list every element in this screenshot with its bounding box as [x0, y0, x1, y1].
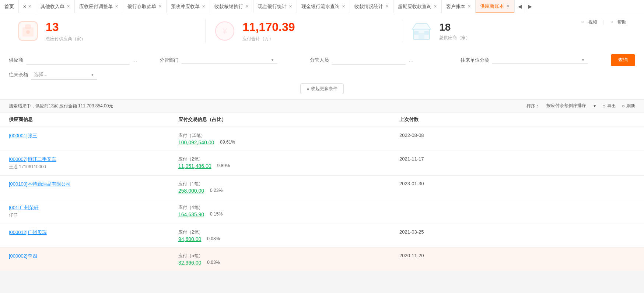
transaction-label: 应付（4笔）	[178, 204, 399, 211]
nav-tab-home[interactable]: 首页	[0, 0, 19, 13]
nav-tab-payment-stat[interactable]: 收款情况统计 ✕	[350, 0, 393, 13]
close-icon[interactable]: ✕	[385, 4, 389, 9]
supplier-payable-icon	[16, 19, 40, 43]
last-pay-cell: 2022-08-08	[399, 132, 635, 138]
supplier-name-link[interactable]: [000100]本特勤油品有限公司	[9, 181, 178, 187]
person-input[interactable]	[332, 56, 406, 65]
last-pay-cell: 2020-11-20	[399, 253, 635, 258]
supplier-sub-info: 仔仔	[9, 212, 178, 218]
close-icon[interactable]: ✕	[28, 4, 31, 9]
person-label: 分管人员	[310, 57, 329, 63]
table-row[interactable]: [000002]李四 应付（5笔） 32,366.00 0.03% 2020-1…	[0, 248, 644, 271]
nav-tab-other-income[interactable]: 其他收入单 ✕	[36, 0, 75, 13]
close-icon[interactable]: ✕	[289, 4, 292, 9]
nav-tab-bank-deposit[interactable]: 银行存取款单 ✕	[123, 0, 167, 13]
result-summary-text: 搜索结果中，供应商13家 应付金额 111,703,854.00元	[9, 103, 113, 109]
nav-tab-overdue-ar[interactable]: 超期应收款查询 ✕	[393, 0, 442, 13]
nav-tab-supplier-book[interactable]: 供应商账本 ✕	[476, 0, 514, 13]
svg-rect-9	[424, 31, 429, 35]
supplier-input[interactable]	[26, 56, 129, 65]
supplier-label: 供应商	[9, 57, 23, 63]
supplier-name-link[interactable]: [001]广州荣轩	[9, 204, 178, 211]
collapse-button[interactable]: ∧ 收起更多条件	[300, 83, 344, 94]
filter-supplier: 供应商 ...	[9, 56, 154, 65]
nav-next-arrow[interactable]: ▶	[525, 0, 535, 13]
supplier-dots-icon[interactable]: ...	[132, 57, 137, 63]
unit-class-select[interactable]: ▼	[492, 56, 588, 64]
transaction-amount[interactable]: 258,000.00	[178, 188, 204, 194]
nav-tab-cash-bank-stat[interactable]: 现金银行统计 ✕	[253, 0, 297, 13]
table-row[interactable]: [000012]广州贝瑞 应付（2笔） 94,600.00 0.08% 2021…	[0, 224, 644, 248]
export-button[interactable]: ○ 导出	[602, 103, 616, 109]
supplier-name-link[interactable]: [000002]李四	[9, 253, 178, 259]
money-icon: ¥	[213, 19, 237, 43]
suppliers-payable-label: 总应付供应商（家）	[46, 36, 85, 42]
col-header-lastpay: 上次付数	[399, 116, 635, 123]
transaction-amount[interactable]: 32,366.00	[178, 260, 201, 266]
top-navigation: 首页 3 ✕ 其他收入单 ✕ 应收应付调整单 ✕ 银行存取款单 ✕ 预收冲应收单…	[0, 0, 644, 13]
nav-tab-ar-ap-adjust[interactable]: 应收应付调整单 ✕	[75, 0, 123, 13]
nav-tab-3[interactable]: 3 ✕	[19, 0, 36, 13]
transaction-amount[interactable]: 164,635.90	[178, 211, 204, 217]
summary-card-total-suppliers: 18 总供应商（家） ○ 视频 ｜ ○ 帮助	[402, 19, 635, 43]
transaction-label: 应付（15笔）	[178, 132, 399, 139]
shop-icon	[410, 19, 433, 43]
col-header-supplier: 供应商信息	[9, 116, 178, 123]
table-row[interactable]: [000100]本特勤油品有限公司 应付（1笔） 258,000.00 0.23…	[0, 176, 644, 199]
transaction-cell: 应付（5笔） 32,366.00 0.03%	[178, 253, 399, 266]
summary-card-suppliers-payable: 13 总应付供应商（家）	[9, 19, 206, 43]
filter-dept: 分管部门 ▼	[160, 56, 304, 64]
nav-tab-prepay-ar[interactable]: 预收冲应收单 ✕	[167, 0, 210, 13]
supplier-name-link[interactable]: [000012]广州贝瑞	[9, 229, 178, 236]
close-icon[interactable]: ✕	[115, 4, 118, 9]
summary-content-1: 13 总应付供应商（家）	[46, 20, 85, 42]
close-icon[interactable]: ✕	[434, 4, 437, 9]
transaction-cell: 应付（2笔） 11,051,486.00 9.89%	[178, 156, 399, 169]
supplier-name-link[interactable]: [000007]恒旺二手叉车	[9, 156, 178, 163]
close-icon[interactable]: ✕	[342, 4, 345, 9]
transaction-percent: 0.15%	[210, 211, 223, 217]
col-header-transaction: 应付交易信息（占比）	[178, 116, 399, 123]
transaction-cell: 应付（4笔） 164,635.90 0.15%	[178, 204, 399, 217]
filter-section: 供应商 ... 分管部门 ▼ 分管人员 ... 往来单位分类 ▼ 查询	[0, 49, 644, 100]
supplier-name-link[interactable]: [000001]张三	[9, 132, 178, 139]
close-icon[interactable]: ✕	[67, 4, 70, 9]
collapse-up-icon: ∧	[307, 86, 309, 91]
transaction-amount-row: 11,051,486.00 9.89%	[178, 162, 399, 169]
person-dots-icon[interactable]: ...	[409, 57, 413, 63]
nav-tab-cash-bank-flow[interactable]: 现金银行流水查询 ✕	[297, 0, 350, 13]
transaction-amount[interactable]: 11,051,486.00	[178, 163, 211, 169]
nav-tab-payment-verify[interactable]: 收款核销执行 ✕	[210, 0, 253, 13]
refresh-button[interactable]: ○ 刷新	[622, 103, 635, 109]
nav-prev-arrow[interactable]: ◀	[514, 0, 525, 13]
total-payable-label: 应付合计（万）	[242, 36, 295, 42]
close-icon[interactable]: ✕	[202, 4, 205, 9]
last-pay-date: 2021-03-25	[399, 229, 424, 235]
table-row[interactable]: [001]广州荣轩 仔仔 应付（4笔） 164,635.90 0.15%	[0, 199, 644, 224]
svg-rect-7	[419, 33, 424, 39]
video-link[interactable]: 视频	[588, 19, 597, 25]
sort-select[interactable]: 按应付余额倒序排序	[546, 103, 587, 109]
query-button[interactable]: 查询	[611, 54, 635, 66]
close-icon[interactable]: ✕	[245, 4, 249, 9]
table-row[interactable]: [000007]恒旺二手叉车 王通 17106110000 应付（2笔） 11,…	[0, 151, 644, 176]
total-suppliers-label: 总供应商（家）	[439, 35, 470, 41]
transaction-percent: 89.61%	[220, 139, 235, 145]
last-pay-cell: 2021-11-17	[399, 156, 635, 162]
table-row[interactable]: [000001]张三 应付（15笔） 100,092,540.00 89.61%…	[0, 127, 644, 151]
last-pay-cell: 2023-01-30	[399, 181, 635, 186]
transaction-percent: 0.23%	[210, 188, 223, 193]
close-icon[interactable]: ✕	[468, 4, 471, 9]
dept-label: 分管部门	[160, 57, 179, 63]
supplier-info-cell: [000001]张三	[9, 132, 178, 139]
balance-select[interactable]: 选择... ▼	[31, 70, 97, 80]
dept-select[interactable]: ▼	[182, 56, 277, 64]
close-icon[interactable]: ✕	[506, 4, 510, 8]
nav-tab-customer-book[interactable]: 客户账本 ✕	[442, 0, 476, 13]
transaction-amount[interactable]: 94,600.00	[178, 236, 201, 242]
help-link[interactable]: 帮助	[617, 19, 626, 25]
transaction-label: 应付（5笔）	[178, 253, 399, 259]
filter-balance: 往来余额 选择... ▼	[9, 70, 119, 80]
transaction-amount[interactable]: 100,092,540.00	[178, 139, 214, 145]
close-icon[interactable]: ✕	[158, 4, 162, 9]
